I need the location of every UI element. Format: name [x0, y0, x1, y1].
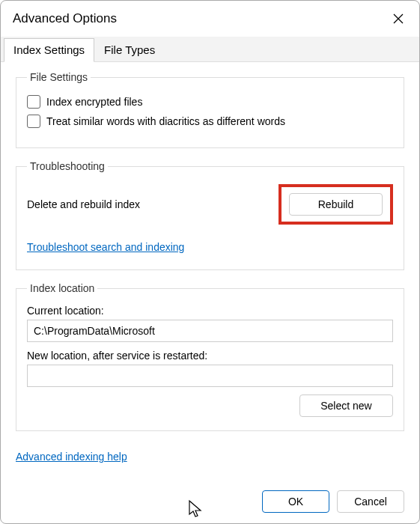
index-location-legend: Index location — [27, 282, 97, 294]
current-location-field[interactable]: C:\ProgramData\Microsoft — [27, 320, 393, 342]
index-encrypted-label: Index encrypted files — [46, 96, 142, 108]
new-location-label: New location, after service is restarted… — [27, 350, 393, 362]
ok-button[interactable]: OK — [262, 490, 329, 513]
file-settings-group: File Settings Index encrypted files Trea… — [16, 71, 404, 148]
troubleshooting-group: Troubleshooting Delete and rebuild index… — [16, 160, 404, 270]
current-location-label: Current location: — [27, 305, 393, 317]
index-encrypted-checkbox[interactable] — [27, 95, 40, 109]
delete-rebuild-label: Delete and rebuild index — [27, 198, 140, 210]
index-location-group: Index location Current location: C:\Prog… — [16, 282, 404, 431]
tab-strip: Index Settings File Types — [1, 37, 419, 62]
cursor-icon — [188, 499, 203, 519]
window-title: Advanced Options — [13, 11, 117, 26]
troubleshoot-link[interactable]: Troubleshoot search and indexing — [27, 241, 184, 253]
tab-index-settings[interactable]: Index Settings — [4, 38, 94, 62]
advanced-indexing-help-link[interactable]: Advanced indexing help — [16, 451, 127, 463]
close-icon — [393, 13, 404, 24]
close-button[interactable] — [386, 7, 410, 31]
diacritics-label: Treat similar words with diacritics as d… — [46, 115, 285, 127]
rebuild-button[interactable]: Rebuild — [289, 193, 383, 216]
cancel-button[interactable]: Cancel — [337, 490, 404, 513]
file-settings-legend: File Settings — [27, 71, 91, 83]
rebuild-highlight: Rebuild — [279, 184, 393, 225]
new-location-field[interactable] — [27, 365, 393, 387]
diacritics-checkbox[interactable] — [27, 115, 40, 128]
troubleshooting-legend: Troubleshooting — [27, 160, 108, 172]
tab-file-types[interactable]: File Types — [94, 38, 165, 61]
select-new-button[interactable]: Select new — [299, 394, 393, 417]
